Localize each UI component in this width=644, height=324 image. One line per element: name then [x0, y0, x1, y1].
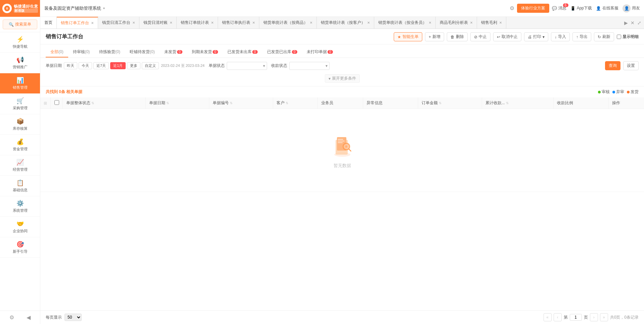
subtab-unshipped[interactable]: 未发货0 — [160, 47, 187, 57]
sidebar-item-enterprise[interactable]: 🤝 企业协同 — [0, 217, 40, 237]
tab-margin-close[interactable]: ✕ — [470, 21, 473, 25]
filter-settings-button[interactable]: 设置 — [623, 61, 639, 70]
dropdown-icon[interactable]: ▾ — [103, 6, 105, 10]
subtab-shipped-not-out[interactable]: 已发货未出库0 — [223, 47, 262, 57]
tab-maximize[interactable]: ⤢ — [637, 20, 641, 26]
date-custom[interactable]: 自定义 — [142, 62, 159, 69]
next-page-button[interactable]: › — [590, 313, 598, 321]
subtab-wangpu-pending[interactable]: 旺铺待发货(0) — [125, 47, 160, 57]
date-yesterday[interactable]: 昨天 — [64, 62, 77, 69]
number-sort[interactable]: ⇅ — [230, 101, 232, 105]
status-select[interactable] — [227, 62, 267, 70]
tab-sales-order[interactable]: 销售订单工作台 ✕ — [57, 17, 98, 29]
date-1month[interactable]: 近1月 — [110, 62, 126, 69]
result-bar: 共找到 0条 相关单据 审核 弃审 发货 — [40, 86, 644, 97]
tab-sales-staff-close[interactable]: ✕ — [429, 21, 431, 25]
topbar-actions: 💬 消息 6 📱 App下载 👤 在线客服 👤 用友 — [552, 4, 640, 12]
sidebar-item-guide[interactable]: 🎯 新手引导 — [0, 237, 40, 258]
subtab-all[interactable]: 全部(0) — [46, 47, 68, 57]
detail-checkbox[interactable] — [617, 35, 621, 39]
sidebar-item-quicknav[interactable]: ⚡ 快捷导航 — [0, 32, 40, 53]
sidebar-item-purchase[interactable]: 🛒 采购管理 — [0, 94, 40, 114]
message-button[interactable]: 💬 消息 6 — [552, 5, 566, 11]
tab-sales-staff[interactable]: 销货单统计表（按业务员） ✕ — [374, 17, 436, 29]
amount-sort[interactable]: ⇅ — [439, 101, 441, 105]
sidebar-item-system[interactable]: ⚙️ 系统管理 — [0, 196, 40, 217]
tab-sales-exec-close[interactable]: ✕ — [252, 21, 255, 25]
refresh-button[interactable]: ↻ 刷新 — [594, 32, 614, 41]
sidebar-item-basic[interactable]: 📋 基础信息 — [0, 176, 40, 196]
stop-button[interactable]: ⊘ 中止 — [470, 32, 490, 41]
empty-state: 暂无数据 — [44, 112, 641, 189]
tab-sales-exec[interactable]: 销售订单执行表 ✕ — [218, 17, 259, 29]
tab-sales-margin[interactable]: 销售毛利 ✕ — [477, 17, 506, 29]
tab-sales-product-close[interactable]: ✕ — [310, 21, 312, 25]
customer-sort[interactable]: ⇅ — [286, 101, 288, 105]
import-button[interactable]: ↓ 导入 — [551, 32, 570, 41]
tab-sales-stats-close[interactable]: ✕ — [211, 21, 214, 25]
subtab-shipped-out[interactable]: 已发货已出库0 — [262, 47, 302, 57]
delete-button[interactable]: 🗑 删除 — [447, 32, 468, 41]
tab-sales-product[interactable]: 销货单统计表（按商品） ✕ — [259, 17, 317, 29]
payment-filter: 收款状态 — [271, 62, 330, 70]
sidebar-settings-button[interactable]: ⚙ — [9, 314, 14, 321]
cancel-audit-button[interactable]: 弃审 — [612, 89, 624, 95]
ship-button[interactable]: 发货 — [627, 89, 639, 95]
payment-select[interactable] — [289, 62, 330, 70]
tab-scroll-right[interactable]: ▶ — [624, 20, 628, 26]
last-page-button[interactable]: » — [600, 313, 608, 321]
sidebar-item-management[interactable]: 📈 经营管理 — [0, 155, 40, 176]
date-more[interactable]: 更多 — [127, 62, 140, 69]
page-size-select[interactable]: 10 20 50 100 — [65, 314, 82, 321]
search-menu-button[interactable]: 🔍 搜索菜单 — [3, 19, 37, 29]
online-service-button[interactable]: 👤 在线客服 — [596, 5, 618, 11]
expand-conditions-button[interactable]: ▾ 展开更多条件 — [325, 74, 360, 83]
query-button[interactable]: 查询 — [605, 61, 620, 70]
topbar-title: 装备及固定资产辅助管理系统 ▾ — [44, 5, 507, 11]
first-page-button[interactable]: « — [544, 313, 552, 321]
date-sort[interactable]: ⇅ — [166, 101, 169, 105]
subtab-pending-review[interactable]: 待审核(0) — [68, 47, 95, 57]
tab-sales-margin-close[interactable]: ✕ — [499, 21, 502, 25]
export-button[interactable]: ↑ 导出 — [572, 32, 591, 41]
tab-cash-daily[interactable]: 钱货日清工作台 ✕ — [98, 17, 139, 29]
page-input[interactable] — [570, 314, 582, 321]
tab-cash-reconcile[interactable]: 钱货日清对账 ✕ — [139, 17, 177, 29]
print-button[interactable]: 🖨 打印 ▾ — [524, 32, 548, 41]
user-menu[interactable]: 👤 用友 — [622, 4, 640, 12]
user-avatar: 👤 — [622, 4, 631, 12]
smart-create-button[interactable]: ★ 智能生单 — [394, 32, 422, 41]
add-button[interactable]: + 新增 — [425, 32, 444, 41]
tab-sales-customer[interactable]: 销货单统计表（按客户） ✕ — [317, 17, 374, 29]
date-7days[interactable]: 近7天 — [93, 62, 109, 69]
sidebar-item-marketing[interactable]: 📢 营销推广 — [0, 53, 40, 73]
collected-sort[interactable]: ⇅ — [506, 101, 509, 105]
tab-cash-reconcile-close[interactable]: ✕ — [170, 21, 172, 25]
sidebar-item-finance[interactable]: 💰 资金管理 — [0, 135, 40, 155]
sidebar-item-sales[interactable]: 📊 销售管理 — [0, 73, 40, 94]
tab-home[interactable]: 首页 — [40, 17, 57, 29]
status-sort[interactable]: ⇅ — [91, 101, 94, 105]
sidebar-item-management-label: 经营管理 — [13, 167, 28, 172]
tab-cash-daily-close[interactable]: ✕ — [132, 21, 135, 25]
tab-sales-stats[interactable]: 销售订单统计表 ✕ — [177, 17, 218, 29]
date-today[interactable]: 今天 — [79, 62, 92, 69]
select-all-checkbox[interactable] — [54, 100, 59, 105]
detail-checkbox-label[interactable]: 显示明细 — [617, 34, 639, 40]
tab-margin[interactable]: 商品毛利分析表 ✕ — [436, 17, 477, 29]
subtab-overdue-unshipped[interactable]: 到期未发货0 — [187, 47, 223, 57]
audit-button[interactable]: 审核 — [598, 89, 610, 95]
topbar-settings-icon[interactable]: ⚙ — [510, 5, 514, 11]
tab-close-all[interactable]: ✕ — [631, 20, 635, 26]
subtab-pending-inspect[interactable]: 待拣验货(0) — [94, 47, 125, 57]
subtab-unprinted[interactable]: 未打印单据0 — [302, 47, 338, 57]
sidebar-collapse-button[interactable]: ◀ — [27, 314, 31, 321]
tab-sales-order-close[interactable]: ✕ — [91, 21, 94, 25]
solution-button[interactable]: 体验行业方案 — [517, 4, 549, 13]
sidebar-item-inventory[interactable]: 📦 库存核算 — [0, 114, 40, 135]
cancel-stop-button[interactable]: ↩ 取消中止 — [493, 32, 521, 41]
prev-page-button[interactable]: ‹ — [554, 313, 562, 321]
app-download-button[interactable]: 📱 App下载 — [570, 5, 592, 11]
filter-area: 单据日期 昨天 今天 近7天 近1月 更多 自定义 2023-02-24 至 2… — [40, 58, 644, 86]
tab-sales-customer-close[interactable]: ✕ — [367, 21, 370, 25]
